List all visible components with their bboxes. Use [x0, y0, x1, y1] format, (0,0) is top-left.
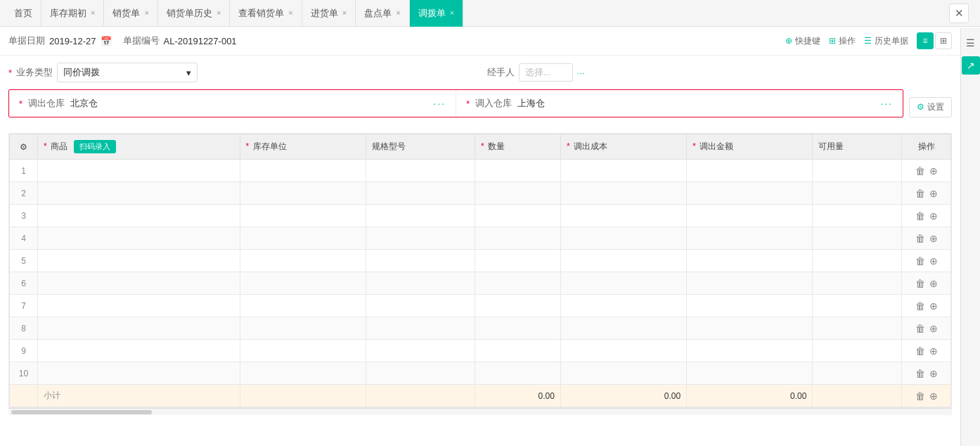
copy-icon[interactable]: ⊕	[929, 323, 938, 334]
tab-purchase-order-close[interactable]: ×	[342, 9, 347, 17]
tab-view-sales-close[interactable]: ×	[288, 9, 292, 17]
product-cell[interactable]	[38, 272, 240, 295]
operation-button[interactable]: ⊞ 操作	[829, 35, 856, 47]
copy-icon[interactable]: ⊕	[929, 300, 938, 312]
delete-icon[interactable]: 🗑	[915, 188, 925, 199]
amount-cell[interactable]	[687, 340, 813, 362]
delete-icon[interactable]: 🗑	[915, 323, 925, 334]
scroll-thumb[interactable]	[11, 410, 152, 414]
delete-icon[interactable]: 🗑	[915, 165, 925, 177]
copy-icon[interactable]: ⊕	[929, 165, 938, 177]
business-type-select[interactable]: 同价调拨 ▾	[57, 63, 198, 82]
scroll-area[interactable]	[8, 408, 952, 415]
list-view-button[interactable]: ≡	[917, 32, 934, 49]
tab-transfer-order[interactable]: 调拨单 ×	[410, 0, 463, 27]
tab-sales-history-close[interactable]: ×	[217, 9, 221, 17]
handler-dots-icon[interactable]: ···	[577, 68, 585, 78]
tab-sales-history[interactable]: 销货单历史 ×	[158, 0, 230, 27]
spec-cell[interactable]	[366, 227, 475, 250]
quick-key-button[interactable]: ⊕ 快捷键	[785, 35, 820, 47]
tab-home[interactable]: 首页	[6, 0, 41, 27]
delete-icon[interactable]: 🗑	[915, 368, 925, 379]
tab-inventory-check[interactable]: 盘点单 ×	[356, 0, 409, 27]
copy-icon[interactable]: ⊕	[929, 278, 938, 289]
amount-cell[interactable]	[687, 160, 813, 182]
delete-icon[interactable]: 🗑	[915, 300, 925, 312]
cost-cell[interactable]	[560, 250, 686, 272]
spec-cell[interactable]	[366, 272, 475, 295]
cost-cell[interactable]	[560, 182, 686, 205]
delete-icon[interactable]: 🗑	[915, 390, 925, 402]
unit-cell[interactable]	[240, 160, 366, 182]
unit-cell[interactable]	[240, 362, 366, 385]
spec-cell[interactable]	[366, 340, 475, 362]
tab-inventory-check-close[interactable]: ×	[396, 9, 400, 17]
amount-cell[interactable]	[687, 272, 813, 295]
tab-sales-order[interactable]: 销货单 ×	[104, 0, 157, 27]
delete-icon[interactable]: 🗑	[915, 345, 925, 357]
handler-input[interactable]: 选择...	[519, 63, 573, 82]
copy-icon[interactable]: ⊕	[929, 255, 938, 267]
product-cell[interactable]	[38, 317, 240, 340]
qty-cell[interactable]	[475, 182, 561, 205]
cost-cell[interactable]	[560, 317, 686, 340]
amount-cell[interactable]	[687, 295, 813, 317]
copy-icon[interactable]: ⊕	[929, 210, 938, 222]
copy-icon[interactable]: ⊕	[929, 233, 938, 244]
product-cell[interactable]	[38, 205, 240, 227]
spec-cell[interactable]	[366, 160, 475, 182]
cost-cell[interactable]	[560, 160, 686, 182]
qty-cell[interactable]	[475, 340, 561, 362]
delete-icon[interactable]: 🗑	[915, 255, 925, 267]
amount-cell[interactable]	[687, 182, 813, 205]
delete-icon[interactable]: 🗑	[915, 278, 925, 289]
unit-cell[interactable]	[240, 205, 366, 227]
cost-cell[interactable]	[560, 295, 686, 317]
delete-icon[interactable]: 🗑	[915, 233, 925, 244]
qty-cell[interactable]	[475, 205, 561, 227]
unit-cell[interactable]	[240, 250, 366, 272]
tab-transfer-order-close[interactable]: ×	[450, 9, 454, 17]
sidebar-export-button[interactable]: ↗	[962, 56, 980, 75]
product-cell[interactable]	[38, 295, 240, 317]
out-warehouse-dots[interactable]: ···	[433, 98, 446, 109]
amount-cell[interactable]	[687, 227, 813, 250]
unit-cell[interactable]	[240, 227, 366, 250]
tab-inventory-init[interactable]: 库存期初 ×	[41, 0, 104, 27]
tab-view-sales[interactable]: 查看销货单 ×	[230, 0, 302, 27]
cost-cell[interactable]	[560, 205, 686, 227]
product-cell[interactable]	[38, 362, 240, 385]
qty-cell[interactable]	[475, 227, 561, 250]
close-button[interactable]: ✕	[949, 4, 969, 23]
product-cell[interactable]	[38, 160, 240, 182]
spec-cell[interactable]	[366, 362, 475, 385]
unit-cell[interactable]	[240, 272, 366, 295]
col-gear[interactable]: ⚙	[10, 134, 38, 160]
settings-button[interactable]: ⚙ 设置	[909, 97, 952, 117]
cost-cell[interactable]	[560, 227, 686, 250]
product-cell[interactable]	[38, 227, 240, 250]
calendar-icon[interactable]: 📅	[101, 36, 112, 46]
sidebar-list-button[interactable]: ☰	[962, 34, 980, 52]
copy-icon[interactable]: ⊕	[929, 345, 938, 357]
amount-cell[interactable]	[687, 250, 813, 272]
spec-cell[interactable]	[366, 295, 475, 317]
spec-cell[interactable]	[366, 317, 475, 340]
cost-cell[interactable]	[560, 272, 686, 295]
product-cell[interactable]	[38, 340, 240, 362]
scan-button[interactable]: 扫码录入	[74, 140, 116, 153]
amount-cell[interactable]	[687, 362, 813, 385]
qty-cell[interactable]	[475, 317, 561, 340]
qty-cell[interactable]	[475, 272, 561, 295]
grid-view-button[interactable]: ⊞	[935, 32, 952, 49]
copy-icon[interactable]: ⊕	[929, 188, 938, 199]
tab-inventory-init-close[interactable]: ×	[91, 9, 95, 17]
spec-cell[interactable]	[366, 182, 475, 205]
spec-cell[interactable]	[366, 250, 475, 272]
unit-cell[interactable]	[240, 295, 366, 317]
tab-sales-order-close[interactable]: ×	[144, 9, 148, 17]
qty-cell[interactable]	[475, 250, 561, 272]
product-cell[interactable]	[38, 250, 240, 272]
copy-icon[interactable]: ⊕	[929, 390, 938, 402]
copy-icon[interactable]: ⊕	[929, 368, 938, 379]
